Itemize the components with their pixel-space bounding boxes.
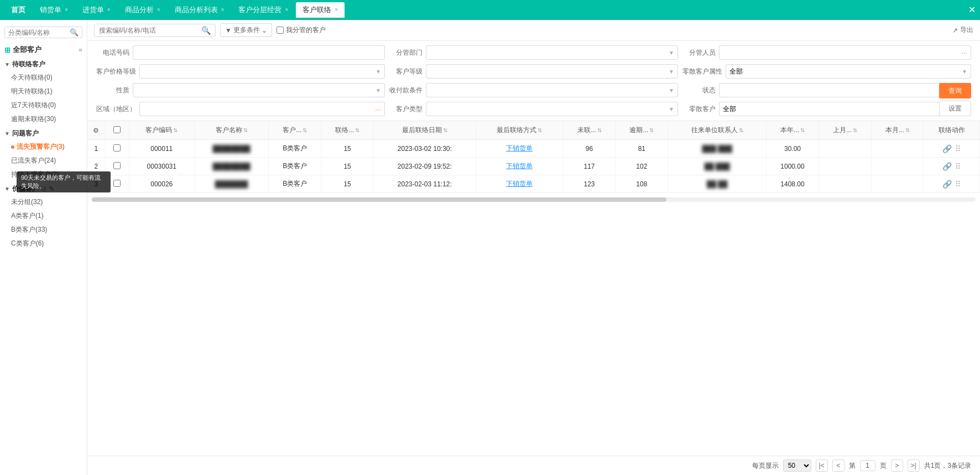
row3-way[interactable]: 下销货单 [476,175,563,193]
sort-this-month-icon[interactable]: ⇅ [905,127,910,133]
customer-type-select[interactable]: ▼ [426,102,678,116]
search-icon[interactable]: 🔍 [201,26,211,35]
tab-close-analysis[interactable]: × [157,7,160,13]
sidebar-section-pending[interactable]: ▼ 待联络客户 [0,57,87,71]
tab-close-purchase[interactable]: × [107,7,111,13]
sidebar-item-ungroup[interactable]: 未分组(32) [0,195,87,209]
col-this-month[interactable]: 本月...⇅ [871,121,924,140]
sidebar-search-box[interactable]: 🔍 [4,27,82,38]
phone-input[interactable] [133,45,385,60]
tab-close-analysis-list[interactable]: × [221,7,225,13]
export-button[interactable]: ↗ 导出 [952,25,973,35]
sidebar-search-input[interactable] [8,29,70,36]
sort-name-icon[interactable]: ⇅ [243,127,248,133]
row2-more-icon[interactable]: ⠿ [955,162,961,171]
division-dept-select[interactable]: ▼ [426,45,678,60]
search-input[interactable] [99,27,201,34]
col-check[interactable] [105,121,129,140]
query-button[interactable]: 查询 [939,83,971,98]
col-contact[interactable]: 联络...⇅ [321,121,374,140]
page-size-select[interactable]: 50 100 200 [783,460,811,472]
row1-more-icon[interactable]: ⠿ [955,144,961,153]
row3-more-icon[interactable]: ⠿ [955,180,961,189]
payment-select[interactable]: ▼ [426,83,678,97]
more-conditions-button[interactable]: ▼ 更多条件 ⌄ [220,23,272,37]
tab-sales[interactable]: 销货单 × [33,2,75,18]
sort-date-icon[interactable]: ⇅ [443,127,447,133]
sort-unit-icon[interactable]: ⇅ [739,127,743,133]
col-no-contact[interactable]: 未联...⇅ [563,121,616,140]
tab-customer-layer[interactable]: 客户分层经营 × [232,2,295,18]
row3-link-icon[interactable]: 🔗 [942,180,952,189]
sidebar-search-icon[interactable]: 🔍 [70,28,79,36]
sort-code-icon[interactable]: ⇅ [173,127,178,133]
tab-close-customer-layer[interactable]: × [285,7,288,13]
col-name[interactable]: 客户名称⇅ [194,121,269,140]
status-select[interactable]: ▼ [719,83,971,97]
next-page-button[interactable]: > [891,460,903,472]
sort-contact-icon[interactable]: ⇅ [355,127,359,133]
area-more-icon[interactable]: ··· [375,105,381,113]
row3-checkbox[interactable] [113,180,121,187]
sidebar-item-churn-warning[interactable]: 流失预警客户(3) [0,140,87,154]
sort-way-icon[interactable]: ⇅ [538,127,542,133]
row1-way[interactable]: 下销货单 [476,140,563,158]
col-last-date[interactable]: 最后联络日期⇅ [374,121,476,140]
row2-checkbox[interactable] [113,162,121,169]
last-page-button[interactable]: >| [908,460,920,472]
row1-check[interactable] [105,140,129,158]
row1-checkbox[interactable] [113,144,121,152]
sort-last-month-icon[interactable]: ⇅ [853,127,857,133]
col-overdue[interactable]: 逾期...⇅ [616,121,668,140]
sort-overdue-icon[interactable]: ⇅ [649,127,654,133]
division-person-more-icon[interactable]: ··· [961,49,967,57]
sort-year-icon[interactable]: ⇅ [800,127,805,133]
zero-attr-select[interactable]: 全部 ▼ [726,64,971,79]
settings-button[interactable]: 设置 [939,101,971,116]
zero-customer-select[interactable]: 全部 ▼ [719,102,971,116]
tab-customer-contact[interactable]: 客户联络 × [296,2,345,18]
my-customers-checkbox-wrapper[interactable]: 我分管的客户 [277,25,326,35]
search-box[interactable]: 🔍 [94,24,216,37]
window-close-button[interactable]: ✕ [968,4,976,15]
gender-select[interactable]: ▼ [133,83,385,97]
tab-home[interactable]: 首页 [4,2,32,18]
sidebar-item-7days[interactable]: 近7天待联络(0) [0,98,87,112]
division-person-select[interactable]: ··· [719,45,971,60]
sidebar-item-a-class[interactable]: A类客户(1) [0,209,87,223]
tab-analysis[interactable]: 商品分析 × [118,2,167,18]
select-all-checkbox[interactable] [113,126,121,133]
col-type[interactable]: 客户...⇅ [269,121,321,140]
tab-close-sales[interactable]: × [65,7,68,13]
sidebar-item-overdue[interactable]: 逾期未联络(30) [0,112,87,126]
col-unit-contact[interactable]: 往来单位联系人⇅ [668,121,767,140]
area-select[interactable]: ··· [139,102,385,116]
sidebar-root[interactable]: ⊞ 全部客户 « [0,43,87,57]
col-last-way[interactable]: 最后联络方式⇅ [476,121,563,140]
sort-no-contact-icon[interactable]: ⇅ [597,127,602,133]
sidebar-collapse-btn[interactable]: « [79,46,82,54]
col-code[interactable]: 客户编码⇅ [129,121,194,140]
sidebar-item-churned[interactable]: 已流失客户(24) [0,154,87,168]
customer-level-select[interactable]: ▼ [426,64,678,79]
horizontal-scrollbar-track[interactable] [92,197,976,202]
horizontal-scrollbar-thumb[interactable] [92,197,666,202]
sidebar-item-b-class[interactable]: B类客户(33) [0,223,87,237]
my-customers-checkbox[interactable] [277,27,284,34]
row2-link-icon[interactable]: 🔗 [942,162,952,171]
col-last-month[interactable]: 上月...⇅ [819,121,871,140]
tab-analysis-list[interactable]: 商品分析列表 × [168,2,231,18]
sort-type-icon[interactable]: ⇅ [303,127,307,133]
first-page-button[interactable]: |< [816,460,828,472]
tab-close-customer-contact[interactable]: × [335,7,338,13]
col-this-year[interactable]: 本年...⇅ [767,121,819,140]
tab-purchase[interactable]: 进货单 × [76,2,117,18]
sidebar-section-problem[interactable]: ▼ 问题客户 [0,126,87,140]
row2-way[interactable]: 下销货单 [476,158,563,175]
sidebar-item-tomorrow[interactable]: 明天待联络(1) [0,85,87,98]
prev-page-button[interactable]: < [832,460,845,472]
sidebar-item-c-class[interactable]: C类客户(6) [0,237,87,250]
col-settings[interactable]: ⚙ [87,121,105,140]
price-level-select[interactable]: ▼ [139,64,385,79]
sidebar-item-today[interactable]: 今天待联络(0) [0,71,87,85]
